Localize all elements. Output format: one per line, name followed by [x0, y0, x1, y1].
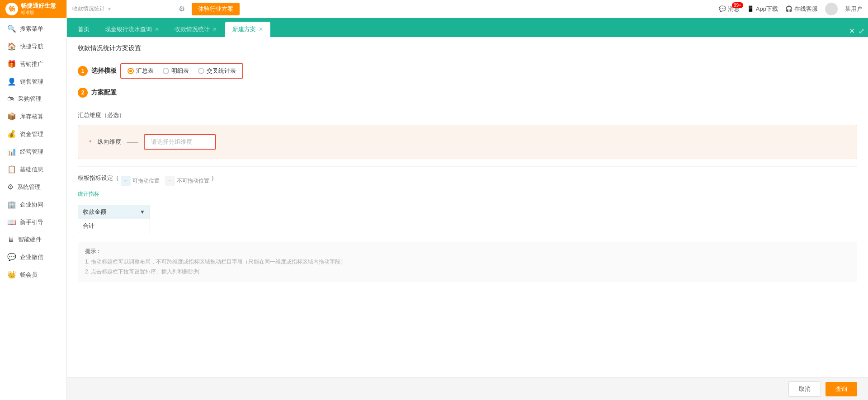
tab-maximize-btn[interactable]: ⤢ [859, 27, 864, 35]
radio-detail-label: 明细表 [171, 67, 189, 75]
sidebar-label-smart-hw: 智能硬件 [18, 235, 42, 244]
radio-summary-label: 汇总表 [136, 67, 154, 75]
tab-bank-flow-close[interactable]: ✕ [155, 26, 159, 33]
sidebar-item-smart-hw[interactable]: 🖥 智能硬件 [0, 231, 66, 248]
template-radio-group: 汇总表 明细表 交叉统计表 [120, 63, 243, 79]
breadcrumb-text: 收款情况统计 [72, 5, 105, 13]
query-button[interactable]: 查询 [826, 382, 857, 396]
tab-new-plan-close[interactable]: ✕ [259, 26, 263, 33]
draggable-label: 可拖动位置 [132, 177, 160, 185]
radio-summary[interactable]: 汇总表 [127, 67, 154, 75]
sidebar-item-enterprise[interactable]: 🏢 企业协同 [0, 196, 66, 213]
section2-title: 方案配置 [91, 89, 117, 97]
metrics-section: 模板指标设定（ ≡ 可拖动位置 ≡ 不可拖动位置 ） [78, 166, 857, 282]
building-icon: 🏢 [7, 200, 16, 209]
sidebar-item-sales[interactable]: 👤 销售管理 [0, 73, 66, 90]
tips-item-1: 1. 拖动标题栏可以调整布局，不可跨维度或指标区域拖动栏目字段（只能在同一维度或… [85, 257, 850, 267]
sidebar-item-operation[interactable]: 📊 经营管理 [0, 143, 66, 160]
sidebar-item-search[interactable]: 🔍 搜索菜单 [0, 20, 66, 38]
content-area: 收款情况统计方案设置 1 选择模板 汇总表 明细表 [67, 37, 868, 377]
sidebar-item-inventory[interactable]: 📦 库存核算 [0, 108, 66, 125]
metrics-header-row: 收款金额 ▼ [78, 205, 150, 219]
radio-detail[interactable]: 明细表 [163, 67, 189, 75]
header-right: 💬 消息 99+ 📱 App下载 🎧 在线客服 某用户 [719, 3, 863, 15]
radio-cross-circle [198, 68, 204, 74]
sidebar-item-marketing[interactable]: 🎁 营销推广 [0, 55, 66, 73]
sidebar-item-member[interactable]: 👑 畅会员 [0, 266, 66, 283]
dimension-arrow-icon: —— [127, 139, 138, 146]
tab-home[interactable]: 首页 [71, 22, 97, 37]
crown-icon: 👑 [7, 270, 16, 279]
tab-bar-right: ✕ ⤢ [849, 27, 864, 37]
message-icon: 💬 [719, 5, 726, 12]
tab-new-plan[interactable]: 新建方案 ✕ [225, 22, 270, 37]
tab-receipt-stat[interactable]: 收款情况统计 ✕ [167, 22, 224, 37]
top-header: 收款情况统计 ▼ ⚙ 体验行业方案 💬 消息 99+ 📱 App下载 🎧 在线客… [67, 0, 868, 18]
service-label: 在线客服 [794, 5, 818, 13]
tab-receipt-stat-label: 收款情况统计 [175, 25, 210, 33]
chart-icon: 📊 [7, 147, 16, 156]
tab-bank-flow[interactable]: 现金银行流水查询 ✕ [98, 22, 166, 37]
sidebar-label-marketing: 营销推广 [20, 60, 43, 68]
tips-item-2: 2. 点击标题栏下拉可设置排序、插入列和删除列 [85, 267, 850, 277]
sidebar-label-enterprise: 企业协同 [20, 201, 43, 209]
logo-main-text: 畅捷通好生意 [21, 2, 56, 9]
metrics-settings-row: 模板指标设定（ ≡ 可拖动位置 ≡ 不可拖动位置 ） [78, 174, 857, 188]
sidebar-label-sales: 销售管理 [20, 78, 43, 86]
sidebar-label-guide: 新手引导 [20, 218, 43, 226]
chat-icon: 💬 [7, 253, 16, 261]
sidebar-item-system[interactable]: ⚙ 系统管理 [0, 178, 66, 196]
download-label: App下载 [756, 5, 778, 13]
section-choose-template: 1 选择模板 汇总表 明细表 交 [78, 63, 857, 79]
breadcrumb-arrow-icon: ▼ [107, 6, 112, 12]
fixed-badge: ≡ 不可拖动位置 [165, 176, 209, 186]
settings-icon[interactable]: ⚙ [175, 3, 188, 15]
download-item[interactable]: 📱 App下载 [747, 5, 778, 13]
tab-receipt-stat-close[interactable]: ✕ [212, 26, 217, 33]
tab-close-all-btn[interactable]: ✕ [849, 27, 855, 35]
sidebar-label-basic-info: 基础信息 [20, 165, 43, 174]
logo-text-block: 畅捷通好生意 标准版 [21, 2, 56, 16]
sidebar-menu: 🔍 搜索菜单 🏠 快捷导航 🎁 营销推广 👤 销售管理 🛍 采购管理 📦 库存核… [0, 18, 66, 400]
sidebar-label-search: 搜索菜单 [20, 25, 43, 33]
sidebar-label-wechat: 企业微信 [20, 253, 43, 261]
sidebar-label-operation: 经营管理 [20, 148, 43, 156]
money-icon: 💰 [7, 130, 16, 138]
tab-home-label: 首页 [78, 25, 90, 33]
sidebar-item-purchase[interactable]: 🛍 采购管理 [0, 90, 66, 108]
sidebar-label-inventory: 库存核算 [20, 113, 43, 121]
page-content: 收款情况统计方案设置 1 选择模板 汇总表 明细表 [67, 37, 868, 377]
sidebar-label-quick-nav: 快捷导航 [20, 42, 43, 51]
gift-icon: 🎁 [7, 60, 16, 68]
metrics-table: 收款金额 ▼ 合计 [78, 205, 150, 233]
sidebar-item-quick-nav[interactable]: 🏠 快捷导航 [0, 38, 66, 55]
section1-title: 选择模板 [91, 67, 117, 75]
service-item[interactable]: 🎧 在线客服 [785, 5, 818, 13]
sidebar-label-system: 系统管理 [17, 183, 41, 191]
sidebar-label-finance: 资金管理 [20, 130, 43, 138]
industry-btn[interactable]: 体验行业方案 [192, 3, 240, 15]
sidebar-item-wechat[interactable]: 💬 企业微信 [0, 248, 66, 266]
sidebar-item-guide[interactable]: 📖 新手引导 [0, 213, 66, 231]
notification-badge: 99+ [732, 2, 743, 8]
search-icon: 🔍 [7, 24, 16, 33]
movable-dot: ≡ [121, 176, 131, 186]
person-icon: 👤 [7, 77, 16, 86]
metrics-header-text: 收款金额 [83, 208, 140, 216]
radio-cross-label: 交叉统计表 [207, 67, 236, 75]
radio-cross[interactable]: 交叉统计表 [198, 67, 236, 75]
dimension-area: * 纵向维度 —— 请选择分组维度 [78, 125, 857, 159]
tab-new-plan-label: 新建方案 [232, 25, 256, 33]
sidebar-item-finance[interactable]: 💰 资金管理 [0, 125, 66, 143]
dimension-select[interactable]: 请选择分组维度 [144, 134, 216, 150]
notification-item[interactable]: 💬 消息 99+ [719, 5, 740, 13]
bag-icon: 🛍 [7, 95, 14, 103]
cancel-button[interactable]: 取消 [788, 381, 821, 397]
stats-section-label: 统计指标 [78, 190, 150, 201]
sidebar-item-basic-info[interactable]: 📋 基础信息 [0, 160, 66, 178]
radio-summary-circle [127, 68, 134, 74]
book-icon: 📖 [7, 218, 16, 226]
tab-bar: 首页 现金银行流水查询 ✕ 收款情况统计 ✕ 新建方案 ✕ ✕ ⤢ [67, 18, 868, 37]
gear-icon: ⚙ [7, 183, 14, 191]
metrics-header-dropdown-icon[interactable]: ▼ [140, 209, 145, 215]
